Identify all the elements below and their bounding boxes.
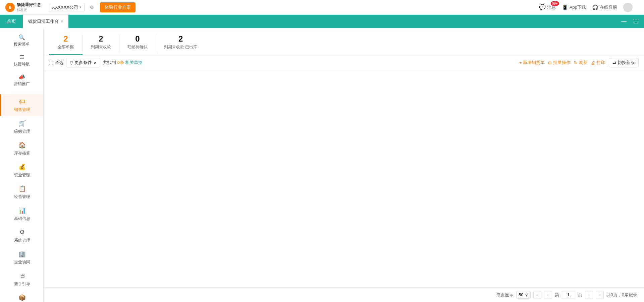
select-all-label: 全选 bbox=[55, 60, 63, 66]
found-link[interactable]: 相关单据 bbox=[125, 60, 143, 65]
sidebar-item-basic[interactable]: 📊 基础信息 bbox=[0, 203, 43, 225]
sidebar-item-inventory[interactable]: 🏠 库存核算 bbox=[0, 138, 43, 160]
stat-overdue-out[interactable]: 2 到期未收款 已出库 bbox=[156, 32, 205, 55]
stat-all-label: 全部单据 bbox=[57, 44, 74, 50]
logo-name: 畅捷通好生意 bbox=[17, 2, 41, 8]
message-btn[interactable]: 💬 消息 99+ bbox=[539, 4, 556, 10]
nav-icon: ☰ bbox=[19, 54, 24, 60]
print-icon: 🖨 bbox=[591, 60, 595, 65]
sidebar-item-finance[interactable]: 💰 资金管理 bbox=[0, 160, 43, 181]
finance-icon: 💰 bbox=[18, 163, 26, 171]
add-sales-btn[interactable]: + 新增销货单 bbox=[519, 60, 545, 66]
switch-version-btn[interactable]: ⇄ 切换新版 bbox=[609, 58, 639, 67]
sidebar-nav-label: 快捷导航 bbox=[14, 61, 30, 67]
sidebar-inventory-label: 库存核算 bbox=[14, 150, 30, 156]
company-selector[interactable]: XXXXXX公司 ▾ bbox=[49, 3, 85, 12]
sidebar-search[interactable]: 🔍 搜索菜单 bbox=[0, 31, 43, 51]
purchase-icon: 🛒 bbox=[18, 119, 26, 127]
search-icon: 🔍 bbox=[18, 34, 25, 41]
per-page-chevron-icon: ∨ bbox=[525, 292, 528, 297]
content-area: 2 全部单据 2 到期未收款 0 旺铺待确认 2 到期未收款 已出库 bbox=[44, 28, 644, 302]
stats-bar: 2 全部单据 2 到期未收款 0 旺铺待确认 2 到期未收款 已出库 bbox=[44, 28, 644, 55]
print-label: 打印 bbox=[597, 60, 605, 66]
sidebar-purchase-label: 采购管理 bbox=[14, 129, 30, 134]
batch-label: 批量操作 bbox=[553, 60, 571, 66]
select-all-input[interactable] bbox=[49, 61, 53, 65]
experience-btn[interactable]: 体验行业方案 bbox=[100, 2, 136, 12]
found-num: 0条 bbox=[117, 60, 124, 65]
tab-daily[interactable]: 钱货日清工作台 × bbox=[23, 15, 68, 28]
tab-close-icon[interactable]: × bbox=[61, 19, 63, 24]
stat-overdue[interactable]: 2 到期未收款 bbox=[83, 32, 119, 55]
sales-icon: 🏷 bbox=[18, 98, 26, 106]
settings-icon: ⚙ bbox=[90, 5, 94, 10]
minimize-btn[interactable]: — bbox=[619, 17, 629, 26]
promo-icon: 📣 bbox=[18, 74, 25, 80]
toolbar: 全选 ▽ 更多条件 ∨ 共找到 0条 相关单据 + 新增销货单 ⊞ bbox=[44, 55, 644, 70]
stat-overdue-out-num: 2 bbox=[164, 34, 197, 44]
app-download-btn[interactable]: 📱 App下载 bbox=[562, 4, 586, 10]
headset-icon: 🎧 bbox=[592, 4, 598, 10]
company-name: XXXXXX公司 bbox=[52, 4, 78, 10]
sidebar-item-guide[interactable]: 🖥 新手引导 bbox=[0, 268, 43, 290]
sidebar-item-operation[interactable]: 📋 经营管理 bbox=[0, 181, 43, 203]
sidebar-quick-nav[interactable]: ☰ 快捷导航 bbox=[0, 51, 43, 70]
sidebar-item-sales[interactable]: 🏷 销售管理 bbox=[0, 94, 43, 116]
company-chevron-icon: ▾ bbox=[79, 5, 82, 9]
settings-button[interactable]: ⚙ bbox=[87, 3, 97, 12]
stat-all[interactable]: 2 全部单据 bbox=[49, 32, 83, 55]
corp-icon: 🏢 bbox=[18, 250, 26, 258]
tabnav-actions: — ⛶ bbox=[619, 17, 644, 26]
batch-btn[interactable]: ⊞ 批量操作 bbox=[548, 60, 571, 66]
filter-label: 更多条件 bbox=[74, 60, 92, 66]
found-prefix: 共找到 bbox=[103, 60, 116, 65]
sidebar-promo[interactable]: 📣 营销推广 bbox=[0, 70, 43, 90]
sidebar-item-corp[interactable]: 🏢 企业协同 bbox=[0, 247, 43, 268]
page-input[interactable] bbox=[562, 291, 575, 299]
per-page-label: 每页显示 bbox=[496, 292, 514, 298]
total-text: 共0页，0条记录 bbox=[606, 292, 637, 298]
logo: 6 畅捷通好生意 标准版 bbox=[5, 2, 49, 12]
stat-overdue-num: 2 bbox=[91, 34, 111, 44]
select-all-checkbox[interactable]: 全选 bbox=[49, 60, 63, 66]
maximize-btn[interactable]: ⛶ bbox=[631, 17, 641, 26]
sidebar-top: 🔍 搜索菜单 ☰ 快捷导航 📣 营销推广 bbox=[0, 28, 43, 93]
filter-chevron-icon: ∨ bbox=[93, 60, 97, 65]
per-page-value: 50 bbox=[519, 292, 523, 297]
sidebar-promo-label: 营销推广 bbox=[14, 81, 30, 87]
batch-icon: ⊞ bbox=[548, 60, 552, 65]
toolbar-right: + 新增销货单 ⊞ 批量操作 ↻ 刷新 🖨 打印 ⇄ 切换新版 bbox=[519, 58, 639, 67]
app-download-label: App下载 bbox=[570, 4, 586, 10]
logo-text: 畅捷通好生意 标准版 bbox=[17, 2, 41, 12]
sidebar: 🔍 搜索菜单 ☰ 快捷导航 📣 营销推广 🏷 销售管理 🛒 采购管理 🏠 库存核… bbox=[0, 28, 44, 302]
avatar[interactable] bbox=[623, 3, 633, 12]
refresh-label: 刷新 bbox=[579, 60, 588, 66]
online-service-btn[interactable]: 🎧 在线客服 bbox=[592, 4, 617, 10]
logo-badge: 标准版 bbox=[17, 8, 41, 12]
add-sales-label: + 新增销货单 bbox=[519, 60, 545, 66]
refresh-btn[interactable]: ↻ 刷新 bbox=[574, 60, 588, 66]
filter-btn[interactable]: ▽ 更多条件 ∨ bbox=[66, 58, 100, 67]
stat-overdue-label: 到期未收款 bbox=[91, 44, 111, 50]
topbar-right: 💬 消息 99+ 📱 App下载 🎧 在线客服 bbox=[539, 3, 639, 12]
sidebar-item-purchase[interactable]: 🛒 采购管理 bbox=[0, 116, 43, 138]
tab-home[interactable]: 首页 bbox=[0, 15, 23, 28]
next-page-btn[interactable]: › bbox=[585, 291, 593, 299]
tab-daily-label: 钱货日清工作台 bbox=[28, 18, 59, 24]
found-text: 共找到 0条 相关单据 bbox=[103, 60, 143, 66]
per-page-select[interactable]: 50 ∨ bbox=[516, 291, 530, 299]
operation-icon: 📋 bbox=[18, 185, 26, 193]
sidebar-guide-label: 新手引导 bbox=[14, 281, 30, 287]
stat-pending[interactable]: 0 旺铺待确认 bbox=[119, 32, 156, 55]
refresh-icon: ↻ bbox=[574, 60, 578, 65]
sidebar-item-system[interactable]: ⚙ 系统管理 bbox=[0, 225, 43, 247]
sidebar-basic-label: 基础信息 bbox=[14, 216, 30, 222]
message-icon: 💬 bbox=[539, 4, 546, 10]
first-page-btn[interactable]: « bbox=[533, 291, 541, 299]
prev-page-btn[interactable]: ‹ bbox=[544, 291, 552, 299]
appstore-icon: 📦 bbox=[18, 294, 26, 302]
sidebar-item-appstore[interactable]: 📦 应用中心 bbox=[0, 290, 43, 302]
print-btn[interactable]: 🖨 打印 bbox=[591, 60, 605, 66]
sidebar-search-label: 搜索菜单 bbox=[14, 42, 30, 47]
last-page-btn[interactable]: » bbox=[596, 291, 604, 299]
